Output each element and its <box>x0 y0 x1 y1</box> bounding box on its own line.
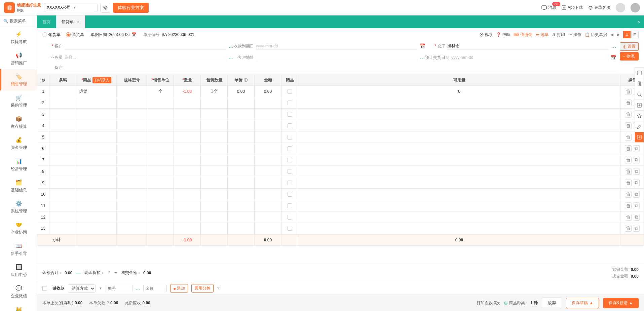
row-delete-icon[interactable]: 🗑 <box>625 122 632 129</box>
row-gift[interactable] <box>281 109 298 120</box>
row-unit[interactable] <box>147 120 174 131</box>
col-settings[interactable]: ⚙ <box>37 75 49 86</box>
row-price[interactable] <box>228 154 255 166</box>
abandon-btn[interactable]: 放弃 <box>542 298 562 308</box>
row-spec[interactable] <box>117 154 147 166</box>
row-pkg-qty[interactable] <box>201 189 228 200</box>
question-icon[interactable]: ? <box>108 271 110 275</box>
rf-item-3[interactable] <box>635 89 644 100</box>
question-icon2[interactable]: ? <box>107 301 109 305</box>
sidebar-item-yingxiao[interactable]: 📢 营销推广 <box>0 48 37 69</box>
sidebar-item-qyweixin[interactable]: 💬 企业微信 <box>0 281 37 302</box>
row-price[interactable] <box>228 131 255 143</box>
row-amount[interactable] <box>255 211 281 223</box>
settings-btn[interactable]: ◎ 设置 <box>620 42 639 51</box>
row-barcode[interactable] <box>49 131 76 143</box>
action-print[interactable]: 🖨 打印 <box>552 32 565 38</box>
row-gift[interactable] <box>281 154 298 166</box>
radio-return[interactable]: 退货单 <box>66 32 84 38</box>
tab-home[interactable]: 首页 <box>37 15 56 28</box>
row-product[interactable] <box>76 189 117 200</box>
amount-input[interactable] <box>143 285 167 292</box>
sidebar-item-changhui[interactable]: 👑 畅会员 <box>0 302 37 311</box>
row-gift[interactable] <box>281 177 298 189</box>
online-service-item[interactable]: 在线客服 <box>588 5 610 10</box>
row-price[interactable] <box>228 109 255 120</box>
row-amount[interactable] <box>255 143 281 154</box>
logistics-btn[interactable]: + 物流 <box>620 52 639 61</box>
row-spec[interactable] <box>117 97 147 109</box>
row-gift[interactable] <box>281 223 298 234</box>
rf-item-5[interactable] <box>635 110 644 121</box>
row-delete-icon[interactable]: 🗑 <box>625 134 632 141</box>
row-price[interactable] <box>228 166 255 177</box>
row-copy-icon[interactable]: ⧉ <box>633 225 640 232</box>
row-delete-icon[interactable]: 🗑 <box>625 202 632 209</box>
row-pkg-qty[interactable] <box>201 109 228 120</box>
row-copy-icon[interactable]: ⧉ <box>633 214 640 221</box>
row-spec[interactable] <box>117 120 147 131</box>
row-qty[interactable] <box>174 143 201 154</box>
row-gift[interactable] <box>281 143 298 154</box>
row-copy-icon[interactable]: ⧉ <box>633 168 640 175</box>
sidebar-item-xinshou[interactable]: 📖 新手引导 <box>0 239 37 260</box>
action-select[interactable]: ☰ 选单 <box>536 32 548 38</box>
action-shortcut[interactable]: ⌨ 快捷键 <box>514 32 532 38</box>
tab-sales-order[interactable]: 销货单 × <box>56 15 85 28</box>
sidebar-item-kucun[interactable]: 📦 库存核算 <box>0 112 37 133</box>
row-amount[interactable] <box>255 109 281 120</box>
customer-addr-value[interactable] <box>256 54 418 61</box>
remark-value[interactable] <box>65 64 616 71</box>
row-pkg-qty[interactable] <box>201 177 228 189</box>
row-pkg-qty[interactable] <box>201 166 228 177</box>
row-gift[interactable] <box>281 86 298 97</box>
expected-date-value[interactable]: yyyy-mm-dd <box>451 54 609 61</box>
row-barcode[interactable] <box>49 154 76 166</box>
row-pkg-qty[interactable]: 1个 <box>201 86 228 97</box>
settings-icon-btn[interactable] <box>100 3 110 13</box>
row-pkg-qty[interactable] <box>201 120 228 131</box>
payment-date-value[interactable]: yyyy-mm-dd <box>256 42 417 50</box>
row-spec[interactable] <box>117 109 147 120</box>
row-unit[interactable] <box>147 223 174 234</box>
row-product[interactable] <box>76 211 117 223</box>
row-product[interactable] <box>76 109 117 120</box>
row-unit[interactable] <box>147 200 174 211</box>
row-gift[interactable] <box>281 97 298 109</box>
row-product[interactable] <box>76 177 117 189</box>
radio-sales[interactable]: 销货单 <box>42 32 61 38</box>
expected-date-calendar-icon[interactable]: 📅 <box>611 55 616 60</box>
row-amount[interactable] <box>255 200 281 211</box>
row-delete-icon[interactable]: 🗑 <box>625 157 632 163</box>
row-unit[interactable] <box>147 211 174 223</box>
row-unit[interactable] <box>147 131 174 143</box>
scan-btn[interactable]: 扫码录入 <box>92 77 111 83</box>
row-gift[interactable] <box>281 120 298 131</box>
row-delete-icon[interactable]: 🗑 <box>625 225 632 232</box>
row-gift[interactable] <box>281 131 298 143</box>
account-dots[interactable]: … <box>136 286 140 291</box>
row-price[interactable] <box>228 143 255 154</box>
row-amount[interactable] <box>255 131 281 143</box>
sidebar-item-qiye[interactable]: 🤝 企业协同 <box>0 218 37 239</box>
row-product[interactable] <box>76 131 117 143</box>
row-unit[interactable] <box>147 166 174 177</box>
row-barcode[interactable] <box>49 97 76 109</box>
payment-date-calendar-icon[interactable]: 📅 <box>419 43 425 49</box>
row-gift[interactable] <box>281 200 298 211</box>
row-product[interactable] <box>76 166 117 177</box>
rf-item-1[interactable] <box>635 67 644 78</box>
row-unit[interactable] <box>147 154 174 166</box>
row-qty[interactable] <box>174 97 201 109</box>
row-unit[interactable]: 个 <box>147 86 174 97</box>
sidebar-item-kuaijie[interactable]: ⚡ 快捷导航 <box>0 27 37 48</box>
row-amount[interactable] <box>255 120 281 131</box>
row-barcode[interactable] <box>49 200 76 211</box>
row-barcode[interactable] <box>49 189 76 200</box>
row-price[interactable] <box>228 177 255 189</box>
row-gift[interactable] <box>281 211 298 223</box>
payment-method-select[interactable]: 结算方式 <box>68 284 96 293</box>
row-spec[interactable] <box>117 211 147 223</box>
row-unit[interactable] <box>147 109 174 120</box>
row-spec[interactable] <box>117 86 147 97</box>
